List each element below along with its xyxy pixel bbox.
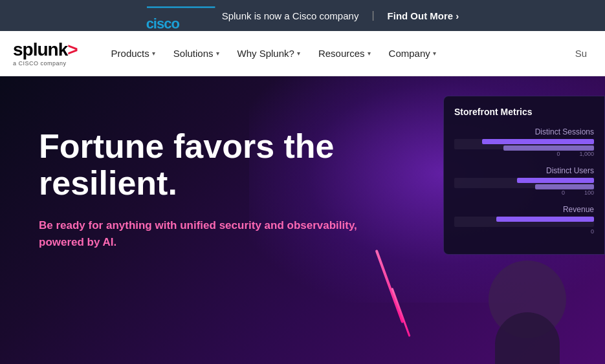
splunk-logo-arrow: > <box>67 39 77 59</box>
banner-divider: | <box>371 10 374 21</box>
nav-item-why-splunk-label: Why Splunk? <box>237 48 294 59</box>
metric-axis-users: 0 100 <box>454 189 594 196</box>
splunk-logo-text: splunk> <box>13 41 78 59</box>
nav-item-resources[interactable]: Resources ▾ <box>311 43 379 64</box>
metric-bar-sessions-secondary <box>503 145 594 151</box>
nav-chevron-company: ▾ <box>433 50 436 57</box>
nav-item-solutions-label: Solutions <box>173 48 214 59</box>
splunk-logo: splunk> a CISCO company <box>13 41 78 67</box>
nav-search-button[interactable]: Su <box>570 43 592 64</box>
splunk-logo-sub: a CISCO company <box>13 60 78 67</box>
hero-title: Fortune favors the resilient. <box>39 128 401 202</box>
nav-bar: splunk> a CISCO company Products ▾ Solut… <box>0 31 605 76</box>
nav-chevron-solutions: ▾ <box>216 50 219 57</box>
metric-bar-users-secondary <box>535 184 594 189</box>
cisco-logo-icon: ⸻⸻⸻⸻⸻cisco <box>146 0 214 32</box>
nav-items: Products ▾ Solutions ▾ Why Splunk? ▾ Res… <box>104 43 570 64</box>
metric-label-sessions: Distinct Sessions <box>454 127 594 136</box>
metric-axis-sessions: 0 1,000 <box>454 151 594 157</box>
metric-axis-sessions-start: 0 <box>556 151 560 157</box>
nav-chevron-products: ▾ <box>152 50 155 57</box>
metric-bar-sessions-primary <box>482 139 594 144</box>
hero-section: Fortune favors the resilient. Be ready f… <box>0 76 605 364</box>
nav-item-resources-label: Resources <box>318 48 365 59</box>
metric-bar-users-primary <box>517 178 594 183</box>
hero-content: Fortune favors the resilient. Be ready f… <box>39 128 401 250</box>
metric-axis-users-start: 0 <box>562 189 565 196</box>
metric-bars-users <box>454 178 594 188</box>
pink-accent-line-2 <box>391 288 410 337</box>
nav-item-company[interactable]: Company ▾ <box>381 43 444 64</box>
nav-chevron-why-splunk: ▾ <box>297 50 300 57</box>
metric-axis-sessions-end: 1,000 <box>579 151 594 157</box>
hero-subtitle: Be ready for anything with unified secur… <box>39 217 401 250</box>
metric-axis-revenue: 0 <box>454 228 594 235</box>
nav-item-solutions[interactable]: Solutions ▾ <box>166 43 227 64</box>
cisco-logo: ⸻⸻⸻⸻⸻cisco <box>146 0 214 32</box>
nav-item-products[interactable]: Products ▾ <box>104 43 163 64</box>
metric-bar-revenue-primary <box>496 217 594 222</box>
person-silhouette <box>469 235 586 364</box>
metrics-card: Storefront Metrics Distinct Sessions 0 1… <box>443 96 605 255</box>
metric-row-sessions: Distinct Sessions 0 1,000 <box>454 127 594 157</box>
metric-axis-revenue-start: 0 <box>591 228 594 235</box>
metric-row-users: Distinct Users 0 100 <box>454 166 594 196</box>
metric-axis-users-end: 100 <box>584 189 594 196</box>
banner-announcement: Splunk is now a Cisco company <box>222 10 359 21</box>
metric-bars-revenue <box>454 217 594 227</box>
nav-item-why-splunk[interactable]: Why Splunk? ▾ <box>230 43 308 64</box>
nav-chevron-resources: ▾ <box>368 50 371 57</box>
metric-label-revenue: Revenue <box>454 205 594 214</box>
banner-cta-link[interactable]: Find Out More › <box>388 10 459 21</box>
metric-row-revenue: Revenue 0 <box>454 205 594 235</box>
metric-bars-sessions <box>454 139 594 149</box>
top-banner: ⸻⸻⸻⸻⸻cisco Splunk is now a Cisco company… <box>0 0 605 31</box>
metric-label-users: Distinct Users <box>454 166 594 175</box>
nav-item-products-label: Products <box>111 48 149 59</box>
metrics-card-title: Storefront Metrics <box>454 107 594 117</box>
nav-item-company-label: Company <box>389 48 430 59</box>
hero-subtitle-text: Be ready for anything with unified secur… <box>39 219 357 248</box>
